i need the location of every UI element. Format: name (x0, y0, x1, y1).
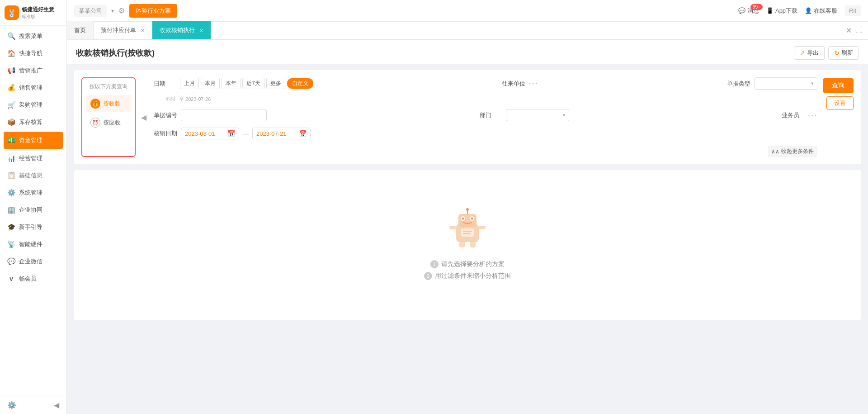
wechat-icon: 💬 (7, 257, 15, 266)
dept-select[interactable] (506, 109, 569, 121)
refresh-button[interactable]: ↻ 刷新 (828, 46, 859, 60)
partner-more-icon[interactable]: ··· (529, 79, 538, 88)
query-by-receivable[interactable]: ⏰ 按应收 (86, 114, 131, 131)
marketing-icon: 📢 (7, 67, 15, 75)
hint-num-2: 2 (424, 272, 432, 280)
main-area: 某某公司 ▾ ⚙ 体验行业方案 💬 消息 99+ 📱 App下载 👤 在线客服 … (67, 0, 868, 414)
query-type-panel: 按以下方案查询 💰 按收款 ⏰ 按应收 (81, 77, 136, 157)
writeoff-start-wrap: 📅 (181, 128, 239, 139)
empty-robot-illustration (445, 206, 490, 251)
page-header-actions: ↗ 导出 ↻ 刷新 (794, 46, 859, 60)
enterprise-icon: 🏢 (7, 206, 15, 214)
sidebar-item-basic-info[interactable]: 📋 基础信息 (0, 167, 66, 184)
prepay-tab-close-icon[interactable]: ✕ (141, 28, 145, 33)
sidebar-item-sales[interactable]: 💰 销售管理 (0, 79, 66, 96)
svg-rect-10 (459, 241, 465, 247)
sidebar-logo: 🐰 畅捷通好生意 标准版 (0, 0, 66, 26)
sidebar-item-hardware[interactable]: 📡 智能硬件 (0, 236, 66, 253)
date-label: 日期 (154, 80, 176, 88)
sidebar-item-system[interactable]: ⚙️ 系统管理 (0, 184, 66, 201)
online-service-btn[interactable]: 👤 在线客服 (805, 7, 837, 15)
inventory-icon: 📦 (7, 118, 15, 126)
tab-receipt-writeoff[interactable]: 收款核销执行 ✕ (152, 21, 211, 39)
finance-icon: 💵 (7, 136, 15, 144)
hardware-icon: 📡 (7, 240, 15, 248)
company-selector[interactable]: 某某公司 (74, 5, 107, 17)
this-year-btn[interactable]: 本年 (222, 78, 241, 89)
topbar: 某某公司 ▾ ⚙ 体验行业方案 💬 消息 99+ 📱 App下载 👤 在线客服 … (67, 0, 868, 22)
sidebar-item-enterprise[interactable]: 🏢 企业协同 (0, 201, 66, 219)
staff-label: 业务员 (782, 111, 804, 119)
receipt-type-icon: 💰 (90, 99, 100, 109)
writeoff-end-wrap: 📅 (252, 128, 311, 139)
export-button[interactable]: ↗ 导出 (794, 46, 825, 60)
receipt-tab-close-icon[interactable]: ✕ (199, 28, 203, 33)
sidebar-item-wechat[interactable]: 💬 企业微信 (0, 253, 66, 270)
close-tab-icon[interactable]: ✕ (846, 26, 852, 35)
staff-more-icon[interactable]: ··· (808, 110, 817, 120)
collapse-sidebar-icon[interactable]: ◀ (54, 401, 59, 409)
app-download-btn[interactable]: 📱 App下载 (766, 7, 797, 15)
message-btn[interactable]: 💬 消息 99+ (738, 7, 759, 15)
service-icon: 👤 (805, 7, 812, 14)
sidebar: 🐰 畅捷通好生意 标准版 🔍 搜索菜单 🏠 快捷导航 📢 营销推广 💰 销售管理… (0, 0, 67, 414)
collapse-more-btn[interactable]: ∧∧ 收起更多条件 (768, 146, 817, 157)
this-month-btn[interactable]: 本月 (201, 78, 220, 89)
industry-btn[interactable]: 体验行业方案 (129, 4, 177, 18)
writeoff-date-label: 核销日期 (154, 129, 177, 138)
writeoff-start-input[interactable] (185, 130, 226, 137)
docno-filter-group: 单据编号 (154, 109, 267, 121)
home-icon: 🏠 (7, 49, 15, 57)
filter-row-1: 日期 上月 本月 本年 近7天 更多 自定义 往来单位 ··· (154, 77, 817, 90)
setting-button[interactable]: 设置 (826, 96, 854, 110)
settings-footer-icon[interactable]: ⚙️ (7, 401, 16, 409)
company-chevron-icon[interactable]: ▾ (111, 8, 114, 14)
sidebar-item-marketing[interactable]: 📢 营销推广 (0, 62, 66, 79)
writeoff-end-input[interactable] (256, 130, 297, 137)
sidebar-item-search[interactable]: 🔍 搜索菜单 (0, 28, 66, 45)
topbar-gear-icon[interactable]: ⚙ (118, 6, 125, 15)
sidebar-item-guide[interactable]: 🎓 新手引导 (0, 219, 66, 236)
svg-point-5 (471, 218, 473, 220)
tab-prepay[interactable]: 预付冲应付单 ✕ (94, 21, 152, 39)
sidebar-item-inventory[interactable]: 📦 库存核算 (0, 114, 66, 131)
docno-input[interactable] (181, 109, 267, 121)
prepay-tab-label: 预付冲应付单 (101, 26, 136, 34)
date-preset-btns: 上月 本月 本年 近7天 更多 自定义 (180, 78, 313, 89)
fullscreen-icon[interactable]: ⛶ (855, 26, 863, 34)
writeoff-start-cal-icon[interactable]: 📅 (227, 130, 235, 137)
sidebar-item-operation[interactable]: 📊 经营管理 (0, 150, 66, 167)
writeoff-end-cal-icon[interactable]: 📅 (299, 130, 307, 137)
sidebar-item-quick-nav[interactable]: 🏠 快捷导航 (0, 45, 66, 62)
sidebar-item-member[interactable]: V 畅会员 (0, 270, 66, 287)
doctype-select[interactable] (754, 77, 817, 90)
basic-info-icon: 📋 (7, 171, 15, 180)
custom-date-btn[interactable]: 自定义 (287, 78, 313, 89)
operation-icon: 📊 (7, 154, 15, 162)
last-month-btn[interactable]: 上月 (180, 78, 199, 89)
panel-collapse-toggle[interactable]: ◀ (141, 77, 148, 157)
date-filter-group: 日期 上月 本月 本年 近7天 更多 自定义 (154, 78, 313, 89)
svg-point-7 (466, 208, 469, 211)
collapse-left-icon[interactable]: ◀ (141, 113, 146, 122)
date-hint-row: 不限 至 2023-07-26 (165, 96, 817, 103)
sidebar-menu: 🔍 搜索菜单 🏠 快捷导航 📢 营销推广 💰 销售管理 🛒 采购管理 📦 库存核… (0, 26, 66, 396)
user-account[interactable]: Rit (844, 5, 861, 16)
system-icon: ⚙️ (7, 189, 15, 197)
no-limit-text: 不限 (165, 96, 175, 103)
message-icon: 💬 (738, 7, 745, 14)
partner-label: 往来单位 (502, 80, 525, 88)
more-date-btn[interactable]: 更多 (266, 78, 285, 89)
sidebar-item-finance[interactable]: 💵 资金管理 (4, 132, 63, 149)
tab-home[interactable]: 首页 (67, 21, 94, 39)
purchase-icon: 🛒 (7, 101, 15, 109)
query-button[interactable]: 查询 (823, 78, 854, 93)
topbar-right: 💬 消息 99+ 📱 App下载 👤 在线客服 Rit (738, 5, 861, 16)
last-7-days-btn[interactable]: 近7天 (242, 78, 264, 89)
sidebar-item-purchase[interactable]: 🛒 采购管理 (0, 96, 66, 114)
date-range-hint: 至 2023-07-26 (179, 96, 211, 103)
tabbar-actions: ✕ ⛶ (846, 26, 868, 35)
doctype-select-wrapper (754, 77, 817, 90)
query-by-receipt[interactable]: 💰 按收款 (86, 95, 131, 112)
svg-rect-1 (458, 214, 476, 227)
